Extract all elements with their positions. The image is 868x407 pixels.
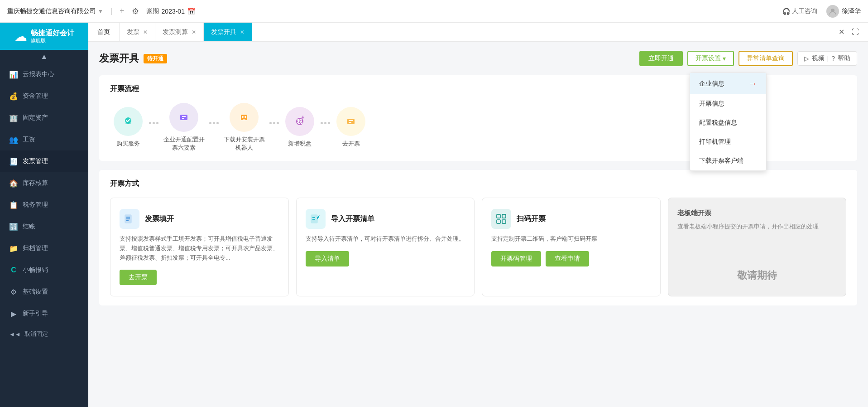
method-card-scan: 扫码开票 支持定制开票二维码，客户端可扫码开票 开票码管理 查看申请 [482,198,661,296]
sidebar-item-label: 工资 [23,136,35,144]
buy-service-icon [114,107,143,136]
sidebar-item-tax-mgmt[interactable]: 📋 税务管理 [0,194,88,216]
dropdown-item-download-client[interactable]: 下载开票客户端 [690,151,766,170]
sidebar-item-cloud-report[interactable]: 📊 云报表中心 [0,63,88,85]
user-name: 徐泽华 [842,7,861,15]
printer-mgmt-label: 打印机管理 [699,138,731,145]
settings-label: 开票设置 [695,54,721,63]
sidebar-item-mini-report[interactable]: C 小畅报销 [0,259,88,281]
customer-service-button[interactable]: 🎧 人工咨询 [782,7,817,15]
sidebar-item-label: 归档管理 [23,244,48,252]
archive-icon: 📁 [9,244,18,253]
settings-dropdown: 企业信息 → 开票信息 配置税盘信息 打印机管理 下 [690,73,767,171]
svg-rect-11 [347,119,355,124]
company-name-text: 重庆畅捷交通信息咨询有限公司 [7,7,96,15]
headset-icon: 🎧 [782,8,790,15]
sidebar-item-inventory[interactable]: 🏠 库存核算 [0,172,88,194]
sidebar-item-label: 资金管理 [23,92,48,100]
tab-bar: 首页 发票 ✕ 发票测算 ✕ 发票开具 ✕ ✕ ⛶ [88,23,868,42]
download-robot-label: 下载并安装开票机器人 [221,136,267,152]
tab-invoice-test-close[interactable]: ✕ [192,29,196,35]
logo-sub: 旗舰版 [31,37,74,44]
view-application-button[interactable]: 查看申请 [546,251,589,266]
dropdown-item-invoice-info[interactable]: 开票信息 [690,94,766,113]
flow-step-config: 企业开通配置开票六要素 [161,103,206,152]
header-settings-icon[interactable]: ⚙ [132,6,139,16]
svg-rect-18 [311,215,317,223]
sidebar-item-fixed-assets[interactable]: 🏢 固定资产 [0,107,88,129]
fund-icon: 💰 [9,92,18,101]
sidebar-item-new-guide[interactable]: ▶ 新手引导 [0,303,88,325]
manual-fill-button[interactable]: 去开票 [120,270,157,285]
add-tax-disk-icon: 税+ [285,107,314,136]
sidebar-unpin-button[interactable]: ◄◄ 取消固定 [0,325,88,344]
header-divider-1: | [110,7,112,15]
settings-button[interactable]: 开票设置 ▾ [687,51,734,66]
tab-invoice-test[interactable]: 发票测算 ✕ [155,23,204,41]
header-period: 账期 2023-01 📅 [146,7,195,15]
svg-point-7 [245,116,246,118]
boss-title: 老板端开票 [677,209,837,218]
manual-fill-desc: 支持按照发票样式手工填开发票；可开具增值税电子普通发票、增值税普通发票、增值税专… [120,234,279,262]
close-all-tabs-button[interactable]: ✕ [837,26,846,38]
activate-button[interactable]: 立即开通 [639,51,683,66]
buy-service-label: 购买服务 [110,140,146,148]
tax-icon: 📋 [9,200,18,209]
qr-code-mgmt-button[interactable]: 开票码管理 [491,251,541,266]
exception-list-button[interactable]: 异常清单查询 [739,51,793,66]
logo-cloud-icon: ☁ [14,29,27,44]
dropdown-item-company-info[interactable]: 企业信息 → [690,73,766,94]
svg-rect-22 [502,214,506,218]
accounting-icon: 🔢 [9,222,18,231]
calendar-icon[interactable]: 📅 [187,8,195,15]
method-cards: 发票填开 支持按照发票样式手工填开发票；可开具增值税电子普通发票、增值税普通发票… [110,198,846,296]
tab-invoice[interactable]: 发票 ✕ [120,23,155,41]
flow-step-tax-disk: 税+ 新增税盘 [282,107,318,148]
add-tax-disk-label: 新增税盘 [282,140,318,148]
sidebar-scroll-up[interactable]: ▲ [0,50,88,63]
svg-point-6 [242,116,244,118]
sidebar: ☁ 畅捷通好会计 旗舰版 ▲ 📊 云报表中心 💰 资金管理 🏢 固定资产 👥 工… [0,23,88,407]
svg-rect-21 [497,214,500,218]
svg-rect-23 [497,220,500,223]
flow-dots-1 [149,122,158,124]
sidebar-logo: ☁ 畅捷通好会计 旗舰版 [0,23,88,50]
tab-home[interactable]: 首页 [88,23,120,41]
company-info-label: 企业信息 [699,80,724,88]
period-label: 账期 [146,7,159,15]
tab-invoice-tool[interactable]: 发票开具 ✕ [204,23,252,41]
sidebar-item-invoice-mgmt[interactable]: 🧾 发票管理 [0,150,88,172]
expand-button[interactable]: ⛶ [850,26,861,38]
import-list-button[interactable]: 导入清单 [306,251,349,266]
sidebar-item-fund-mgmt[interactable]: 💰 资金管理 [0,85,88,107]
svg-rect-2 [180,115,187,120]
dropdown-item-printer-mgmt[interactable]: 打印机管理 [690,132,766,151]
flow-dots-3 [269,122,279,124]
sidebar-item-basic-settings[interactable]: ⚙ 基础设置 [0,281,88,303]
company-selector[interactable]: 重庆畅捷交通信息咨询有限公司 ▼ [7,7,103,15]
video-button[interactable]: ▷ 视频 | ? 帮助 [797,51,857,66]
user-menu-button[interactable]: 徐泽华 [826,5,861,18]
flow-step-buy: 购买服务 [110,107,146,148]
manual-fill-icon [120,209,139,229]
flow-dots-2 [209,122,219,124]
cloud-report-icon: 📊 [9,70,18,79]
tab-invoice-close[interactable]: ✕ [143,29,148,35]
tab-invoice-tool-label: 发票开具 [211,28,236,36]
method-section-title: 开票方式 [110,179,846,189]
sidebar-item-salary[interactable]: 👥 工资 [0,129,88,150]
content-area: 首页 发票 ✕ 发票测算 ✕ 发票开具 ✕ ✕ ⛶ [88,23,868,407]
sidebar-item-accounting[interactable]: 🔢 结账 [0,216,88,237]
fixed-assets-icon: 🏢 [9,113,18,122]
tab-invoice-tool-close[interactable]: ✕ [240,29,245,35]
dropdown-item-tax-disk[interactable]: 配置税盘信息 [690,113,766,132]
unpin-label: 取消固定 [24,330,48,338]
sidebar-item-archive[interactable]: 📁 归档管理 [0,237,88,259]
add-company-button[interactable]: + [120,6,125,16]
go-invoice-label: 去开票 [333,140,369,148]
settings-icon: ⚙ [9,287,18,296]
flow-step-download: 下载并安装开票机器人 [221,103,267,152]
dropdown-arrow-icon: → [748,78,757,89]
video-label: 视频 [812,54,825,63]
company-dropdown-arrow: ▼ [98,8,103,15]
